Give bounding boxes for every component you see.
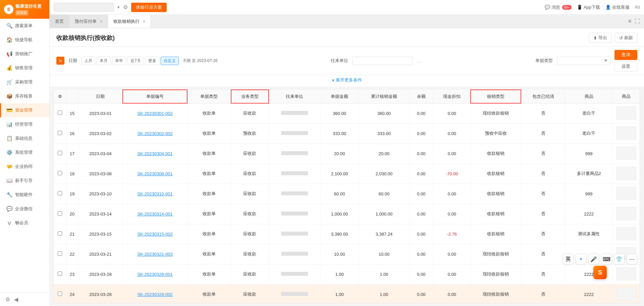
filter-receipt-type-select[interactable] xyxy=(557,57,610,65)
td-product1: 老白干 xyxy=(565,103,613,123)
td-bill-no: SK-20230315-002 xyxy=(123,224,187,244)
td-cancel-type: 收款核销 xyxy=(471,204,521,224)
float-icon-keyboard[interactable]: ⌨ xyxy=(601,254,612,264)
tab-home[interactable]: 首页 xyxy=(50,15,69,28)
td-checkbox[interactable] xyxy=(54,103,66,123)
sidebar-item-finance[interactable]: 💳 资金管理 xyxy=(0,103,49,117)
refresh-button[interactable]: ↺ 刷新 xyxy=(615,33,637,43)
app-logo: 6 畅康道好生意 标推版 xyxy=(0,0,49,19)
td-checkbox[interactable] xyxy=(54,123,66,143)
query-button[interactable]: 查询 xyxy=(614,50,637,60)
export-button[interactable]: ⬆ 导出 xyxy=(589,33,611,43)
td-include-settled: 否 xyxy=(521,184,565,204)
filter-toggle-btn[interactable]: » xyxy=(56,57,64,65)
sidebar-item-marketing[interactable]: 📢 营销推广 xyxy=(0,47,49,61)
td-balance: 0.00 xyxy=(409,224,433,244)
float-icon-dot[interactable]: • xyxy=(576,254,586,264)
table-row: 20 2023-03-14 SK-20230314-001 收款单 应收款 1,… xyxy=(54,204,640,224)
settings-button[interactable]: 设置 xyxy=(614,61,637,71)
td-cum-amount: 2,030.00 xyxy=(359,164,409,184)
float-icon-mic[interactable]: 🎤 xyxy=(588,254,599,264)
sidebar-item-label: 基础信息 xyxy=(15,135,33,141)
sidebar-item-operations[interactable]: 📊 经营管理 xyxy=(0,117,49,131)
td-amount: 60.00 xyxy=(320,184,359,204)
td-checkbox[interactable] xyxy=(54,244,66,264)
filter-more[interactable]: 更多 xyxy=(145,57,159,65)
th-gear[interactable]: ⚙ xyxy=(54,90,66,103)
tab-prepay-close[interactable]: × xyxy=(100,19,102,24)
filter-this-month[interactable]: 本月 xyxy=(97,57,111,65)
sidebar-item-label: 采购管理 xyxy=(15,79,33,85)
messages-label: 消息 xyxy=(551,4,560,10)
td-checkbox[interactable] xyxy=(54,224,66,244)
td-bill-no: SK-20230328-001 xyxy=(123,264,187,284)
settings-bottom-icon[interactable]: ⚙ xyxy=(5,296,10,303)
filter-7days[interactable]: 近7天 xyxy=(127,57,144,65)
tab-expand-btn[interactable]: ⛶ xyxy=(635,18,640,24)
td-checkbox[interactable] xyxy=(54,204,66,224)
tab-close-btn[interactable]: ✕ xyxy=(628,18,632,24)
td-bill-type: 收款单 xyxy=(187,284,231,303)
td-cash-discount: 0.00 xyxy=(433,184,471,204)
td-cum-amount: 333.00 xyxy=(359,123,409,143)
table-row: 24 2023-03-28 SK-20230328-002 收款单 应收款 1.… xyxy=(54,284,640,303)
sidebar-item-wechat[interactable]: 💬 企业微信 xyxy=(0,202,49,216)
sidebar-item-label: 营销推广 xyxy=(15,51,33,57)
collapse-icon[interactable]: ◀ xyxy=(14,296,18,303)
float-s-button[interactable]: S xyxy=(593,266,607,279)
float-icon-ying[interactable]: 英 xyxy=(563,254,574,264)
app-download-label: App下载 xyxy=(584,4,600,10)
sidebar-item-purchase[interactable]: 🛒 采购管理 xyxy=(0,75,49,89)
sidebar-item-system[interactable]: ⚙️ 系统管理 xyxy=(0,145,49,160)
online-service-item[interactable]: 👤 在线客服 xyxy=(605,4,630,10)
sidebar-item-corp[interactable]: 🤝 企业协同 xyxy=(0,160,49,174)
sidebar-item-hardware[interactable]: 🔧 智能硬件 xyxy=(0,188,49,202)
topbar-dropdown-icon[interactable]: ▾ xyxy=(117,5,120,10)
sidebar-item-search[interactable]: 🔍 搜索菜单 xyxy=(0,19,49,33)
filter-this-year[interactable]: 本年 xyxy=(112,57,126,65)
app-download-item[interactable]: 📱 App下载 xyxy=(577,4,600,10)
sidebar-item-inventory[interactable]: 📦 库存核算 xyxy=(0,89,49,103)
td-bill-type: 收款单 xyxy=(187,143,231,164)
messages-item[interactable]: 💬 消息 99+ xyxy=(545,4,572,10)
td-cash-discount: 0.00 xyxy=(433,103,471,123)
td-bill-no: SK-20230308-001 xyxy=(123,164,187,184)
messages-badge: 99+ xyxy=(562,5,572,10)
td-date: 2023-03-08 xyxy=(78,164,123,184)
sidebar-item-guide[interactable]: 📖 新手引导 xyxy=(0,174,49,188)
td-checkbox[interactable] xyxy=(54,184,66,204)
sales-icon: 💰 xyxy=(6,65,12,71)
topbar-gear-icon[interactable]: ⚙ xyxy=(123,4,128,10)
td-include-settled: 否 xyxy=(521,204,565,224)
filter-expand-btn[interactable]: ▾ 展开更多条件 xyxy=(332,77,362,83)
tab-prepay-label: 预付应付单 xyxy=(75,18,97,24)
td-checkbox[interactable] xyxy=(54,284,66,303)
float-icon-grid[interactable]: ⋯ xyxy=(627,254,637,264)
td-include-settled: 否 xyxy=(521,284,565,303)
td-checkbox[interactable] xyxy=(54,164,66,184)
td-checkbox[interactable] xyxy=(54,143,66,164)
filter-bar: » 日期 上月 本月 本年 近7天 更多 自定义 不限 至 2023-07-26… xyxy=(50,47,644,75)
float-icon-shirt[interactable]: 👕 xyxy=(614,254,625,264)
sidebar-item-member[interactable]: V 畅会员 xyxy=(0,216,49,230)
td-bill-no: SK-20230304-001 xyxy=(123,143,187,164)
filter-unit-input[interactable] xyxy=(352,57,413,65)
sidebar-item-quicknav[interactable]: 🏠 快捷导航 xyxy=(0,33,49,47)
td-bill-no: SK-20230310-001 xyxy=(123,184,187,204)
td-amount: 333.00 xyxy=(320,123,359,143)
sidebar-item-basic[interactable]: 📋 基础信息 xyxy=(0,131,49,145)
td-biz-type: 应收款 xyxy=(231,184,269,204)
sidebar: 6 畅康道好生意 标推版 🔍 搜索菜单 🏠 快捷导航 📢 营销推广 💰 销售管理… xyxy=(0,0,50,306)
th-balance: 余额 xyxy=(409,90,433,103)
tab-collection[interactable]: 收款核销执行 × xyxy=(108,15,151,28)
tab-prepay[interactable]: 预付应付单 × xyxy=(69,15,108,28)
solution-button[interactable]: 体验行业方案 xyxy=(131,3,167,12)
sidebar-item-sales[interactable]: 💰 销售管理 xyxy=(0,61,49,75)
filter-custom[interactable]: 自定义 xyxy=(161,57,179,65)
td-cash-discount: -2.76 xyxy=(433,224,471,244)
tab-collection-close[interactable]: × xyxy=(143,19,145,24)
td-checkbox[interactable] xyxy=(54,264,66,284)
td-seq: 22 xyxy=(66,244,78,264)
th-bill-no: 单据编号 xyxy=(123,90,187,103)
filter-last-month[interactable]: 上月 xyxy=(81,57,95,65)
